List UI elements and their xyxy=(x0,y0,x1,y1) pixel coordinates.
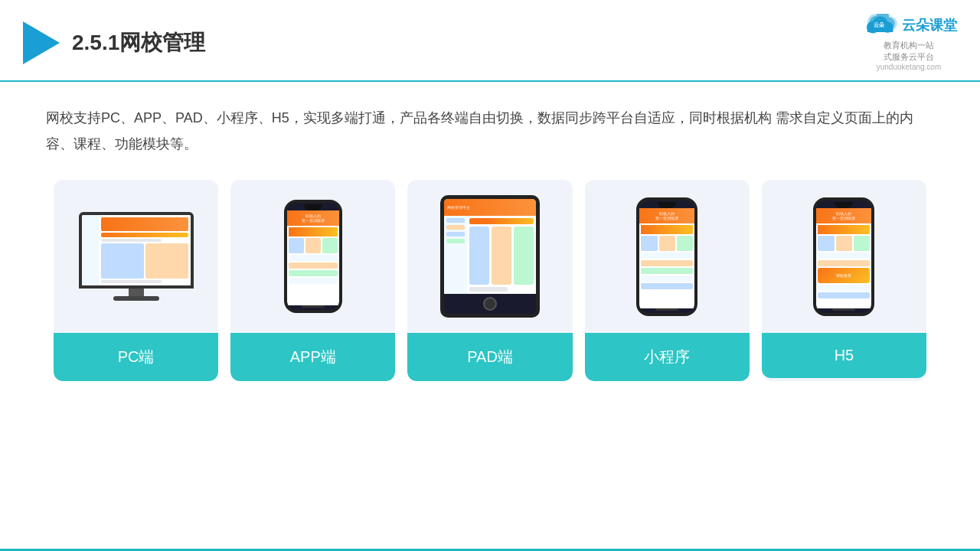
page-header: 2.5.1网校管理 云朵 云朵课堂 教育机构一站 式服务云平台 yunduoke… xyxy=(0,0,980,82)
tablet-screen: 网校管理平台 xyxy=(444,199,536,294)
svg-text:云朵: 云朵 xyxy=(874,21,885,28)
tablet-home-button xyxy=(483,297,497,311)
card-app-label: APP端 xyxy=(230,333,395,381)
card-miniprogram: 职场人的第一堂训练课 xyxy=(585,180,750,381)
h5-phone-notch xyxy=(835,202,853,208)
brand-section: 云朵 云朵课堂 教育机构一站 式服务云平台 yunduoketang.com xyxy=(861,14,957,71)
brand-name: 云朵课堂 xyxy=(902,18,957,34)
mini-phone-screen: 职场人的第一堂训练课 xyxy=(639,208,694,308)
card-pc-label: PC端 xyxy=(54,333,218,381)
app-phone-mockup: 职场人的第一堂训练课 xyxy=(284,200,342,313)
description-text: 网校支持PC、APP、PAD、小程序、H5，实现多端打通，产品各终端自由切换，数… xyxy=(46,105,934,157)
brand-logo: 云朵 云朵课堂 xyxy=(861,14,957,38)
card-pc: PC端 xyxy=(54,180,218,381)
card-app-image: 职场人的第一堂训练课 xyxy=(230,180,395,333)
brand-url: yunduoketang.com xyxy=(877,63,942,71)
card-miniprogram-label: 小程序 xyxy=(585,333,750,381)
card-pc-image xyxy=(54,180,218,333)
card-pad: 网校管理平台 xyxy=(407,180,572,381)
card-h5: 职场人的第一堂训练课 课程推荐 xyxy=(762,180,926,381)
tablet-header: 网校管理平台 xyxy=(444,199,536,216)
mini-phone-mockup: 职场人的第一堂训练课 xyxy=(636,197,697,316)
logo-triangle-icon xyxy=(23,21,60,64)
card-h5-label: H5 xyxy=(762,333,926,378)
card-miniprogram-image: 职场人的第一堂训练课 xyxy=(585,180,750,333)
pc-mockup xyxy=(79,212,194,301)
phone-home-bar xyxy=(302,305,325,308)
phone-notch xyxy=(304,204,322,210)
card-app: 职场人的第一堂训练课 xyxy=(230,180,395,381)
h5-phone-home-bar xyxy=(832,308,855,311)
pc-screen xyxy=(79,212,194,289)
page-title: 2.5.1网校管理 xyxy=(72,28,205,57)
h5-phone-mockup: 职场人的第一堂训练课 课程推荐 xyxy=(813,197,874,316)
mini-phone-home-bar xyxy=(655,308,678,311)
mini-phone-notch xyxy=(658,202,676,208)
cards-container: PC端 职场人的第一堂训练课 xyxy=(46,180,934,381)
h5-phone-screen: 职场人的第一堂训练课 课程推荐 xyxy=(816,208,871,308)
card-pad-label: PAD端 xyxy=(407,333,572,381)
card-h5-image: 职场人的第一堂训练课 课程推荐 xyxy=(762,180,926,333)
header-left: 2.5.1网校管理 xyxy=(23,21,205,64)
main-content: 网校支持PC、APP、PAD、小程序、H5，实现多端打通，产品各终端自由切换，数… xyxy=(0,82,980,396)
card-pad-image: 网校管理平台 xyxy=(407,180,572,333)
brand-slogan: 教育机构一站 式服务云平台 xyxy=(884,40,934,63)
tablet-mockup: 网校管理平台 xyxy=(440,195,540,318)
cloud-icon: 云朵 xyxy=(861,14,897,38)
phone-screen: 职场人的第一堂训练课 xyxy=(287,210,339,305)
